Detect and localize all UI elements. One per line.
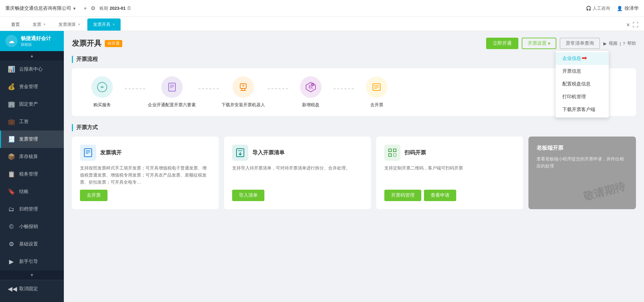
sidebar-item-gudingzichan[interactable]: 🏢 固定资产	[0, 96, 64, 113]
gudingzichan-icon: 🏢	[8, 101, 15, 108]
svg-rect-25	[389, 149, 391, 152]
close-window-icon[interactable]: ×	[626, 22, 630, 29]
sidebar-item-guidang[interactable]: 🗂 归档管理	[0, 200, 64, 218]
sidebar: ☁ 畅捷通好会计 旗舰版 ▲ 📊 云报表中心 💰 资金管理 🏢 固定资产 💼 工…	[0, 31, 64, 302]
period-label: 账期 2023-01 🗓	[99, 5, 131, 11]
sidebar-item-xiaochang[interactable]: © 小畅报销	[0, 218, 64, 235]
status-badge: 待开通	[105, 40, 122, 47]
process-icon-5	[366, 76, 387, 98]
user-info[interactable]: 👤 徐泽华	[617, 5, 639, 11]
jichu-icon: ⚙	[8, 240, 15, 248]
process-divider-1	[125, 88, 145, 96]
process-section-title: 开票流程	[72, 56, 636, 63]
activate-button[interactable]: 立即开通	[486, 38, 518, 49]
method-header-boss: 老板端开票	[536, 145, 628, 152]
tab-close-icon[interactable]: ×	[43, 22, 46, 27]
sidebar-scroll-up[interactable]: ▲	[0, 51, 64, 61]
svg-point-10	[242, 85, 244, 87]
consult-button[interactable]: 🎧 人工咨询	[586, 5, 610, 11]
method-card-import: 导入开票清单 支持导入待开票清单，可对待开票清单进行拆分、合并处理。 导入清单	[224, 137, 371, 209]
sidebar-scroll-down[interactable]: ▼	[0, 270, 64, 280]
process-section: 开票流程 + 购买服务 企业开通配置开票六要素	[72, 56, 636, 116]
sidebar-item-quxiao[interactable]: ◀◀ 取消固定	[0, 280, 64, 297]
sidebar-item-gongzi[interactable]: 💼 工资	[0, 113, 64, 130]
page-header: 发票开具 待开通 立即开通 开票设置 ▾ 异常清单查询 ▶ 视频 | ? 帮助	[72, 38, 636, 49]
process-icon-3	[232, 76, 254, 98]
gongzi-icon: 💼	[8, 118, 15, 125]
tab-close-icon[interactable]: ×	[78, 22, 80, 27]
scan-apply-button[interactable]: 查看申请	[424, 190, 456, 201]
sidebar-item-kucun[interactable]: 📦 库存核算	[0, 148, 64, 165]
xinshou-icon: ▶	[8, 258, 15, 265]
tab-fapiao-cesuan[interactable]: 发票测算 ×	[53, 18, 86, 31]
page-title: 发票开具	[72, 38, 101, 48]
process-step-1: + 购买服务	[82, 76, 122, 108]
xiaochang-icon: ©	[8, 223, 15, 230]
company-chevron-icon: ▾	[73, 6, 76, 11]
methods-section: 开票方式 发票填开 支持按照发票样式手工填开发票；可开具增值税电子普通发票、增值…	[72, 124, 636, 209]
sidebar-item-shuiwu[interactable]: 📋 税务管理	[0, 165, 64, 183]
svg-rect-19	[84, 149, 92, 157]
red-arrow-indicator: ➡	[582, 54, 587, 62]
abnormal-button[interactable]: 异常清单查询	[560, 38, 600, 49]
shuiwu-icon: 📋	[8, 171, 15, 178]
tab-home[interactable]: 首页	[5, 18, 26, 31]
jiezhang-icon: 🔖	[8, 188, 15, 195]
settings-icon[interactable]: ⚙	[91, 5, 95, 11]
manual-invoice-button[interactable]: 去开票	[80, 190, 108, 201]
sidebar-item-jiezhang[interactable]: 🔖 结账	[0, 183, 64, 200]
svg-text:+: +	[101, 85, 103, 89]
logo-area: ☁ 畅捷通好会计 旗舰版	[0, 31, 64, 51]
import-invoice-icon	[232, 145, 248, 161]
yunbao-icon: 📊	[8, 66, 15, 73]
maximize-window-icon[interactable]: ⛶	[633, 22, 639, 29]
settings-chevron-icon: ▾	[548, 41, 550, 46]
company-selector[interactable]: 重庆畅捷交通信息咨询有限公司 ▾	[5, 5, 76, 11]
page-title-area: 发票开具 待开通	[72, 38, 122, 48]
sidebar-item-zijin[interactable]: 💰 资金管理	[0, 78, 64, 96]
tab-bar: 首页 发票 × 发票测算 × 发票开具 × × ⛶	[0, 17, 644, 31]
zijin-icon: 💰	[8, 83, 15, 90]
manual-invoice-title: 发票填开	[100, 149, 122, 156]
sidebar-item-xinshou[interactable]: ▶ 新手引导	[0, 253, 64, 270]
settings-button[interactable]: 开票设置 ▾	[522, 38, 556, 49]
process-icon-4: 税+	[300, 76, 321, 98]
import-invoice-button[interactable]: 导入清单	[232, 190, 264, 201]
question-icon: ?	[623, 41, 625, 46]
dropdown-item-download-client[interactable]: 下载开票客户端	[556, 103, 609, 116]
method-header-scan: 扫码开票	[384, 145, 515, 161]
dropdown-item-printer[interactable]: 打印机管理	[556, 90, 609, 103]
logo-edition: 旗舰版	[21, 42, 51, 47]
dropdown-item-taxdisk[interactable]: 配置税盘信息	[556, 78, 609, 90]
kucun-icon: 📦	[8, 153, 15, 160]
boss-invoice-title: 老板端开票	[536, 145, 563, 152]
sidebar-item-fapiao[interactable]: 🧾 发票管理	[0, 130, 64, 148]
add-tab-icon[interactable]: +	[84, 5, 87, 11]
manual-invoice-icon	[80, 145, 96, 161]
process-step-2: 企业开通配置开票六要素	[148, 76, 196, 108]
avatar: 👤	[617, 6, 622, 11]
tab-fapiao[interactable]: 发票 ×	[27, 18, 51, 31]
manual-invoice-desc: 支持按照发票样式手工填开发票；可开具增值税电子普通发票、增值税普通发票、增值税专…	[80, 165, 211, 186]
method-header-manual: 发票填开	[80, 145, 211, 161]
process-step-3: 下载并安装开票机器人	[221, 76, 265, 108]
methods-grid: 发票填开 支持按照发票样式手工填开发票；可开具增值税电子普通发票、增值税普通发票…	[72, 137, 636, 209]
tab-close-icon[interactable]: ×	[113, 22, 115, 27]
tab-fapiao-kaiju[interactable]: 发票开具 ×	[87, 18, 121, 31]
top-bar: 重庆畅捷交通信息咨询有限公司 ▾ + ⚙ 账期 2023-01 🗓 🎧 人工咨询…	[0, 0, 644, 17]
method-card-scan: 扫码开票 支持定制开票二维码，客户端可扫码开票 开票码管理 查看申请	[376, 137, 523, 209]
scan-manage-button[interactable]: 开票码管理	[384, 190, 421, 201]
page-actions: 立即开通 开票设置 ▾ 异常清单查询 ▶ 视频 | ? 帮助 企业信息	[486, 38, 636, 49]
fapiao-icon: 🧾	[8, 136, 15, 143]
method-card-boss: 老板端开票 查看老板端小程序提交的开票申请，并作出相应的处理 敬请期待	[528, 137, 636, 209]
calendar-icon[interactable]: 🗓	[127, 6, 131, 11]
scan-invoice-title: 扫码开票	[404, 149, 426, 156]
svg-rect-27	[389, 154, 391, 156]
process-divider-3	[268, 88, 288, 96]
sidebar-item-jichu[interactable]: ⚙ 基础设置	[0, 235, 64, 253]
method-card-manual: 发票填开 支持按照发票样式手工填开发票；可开具增值税电子普通发票、增值税普通发票…	[72, 137, 219, 209]
process-flow: + 购买服务 企业开通配置开票六要素	[72, 68, 636, 116]
dropdown-item-invoice-info[interactable]: 开票信息	[556, 65, 609, 78]
logo-text: 畅捷通好会计	[21, 35, 51, 41]
sidebar-item-yunbao[interactable]: 📊 云报表中心	[0, 61, 64, 78]
